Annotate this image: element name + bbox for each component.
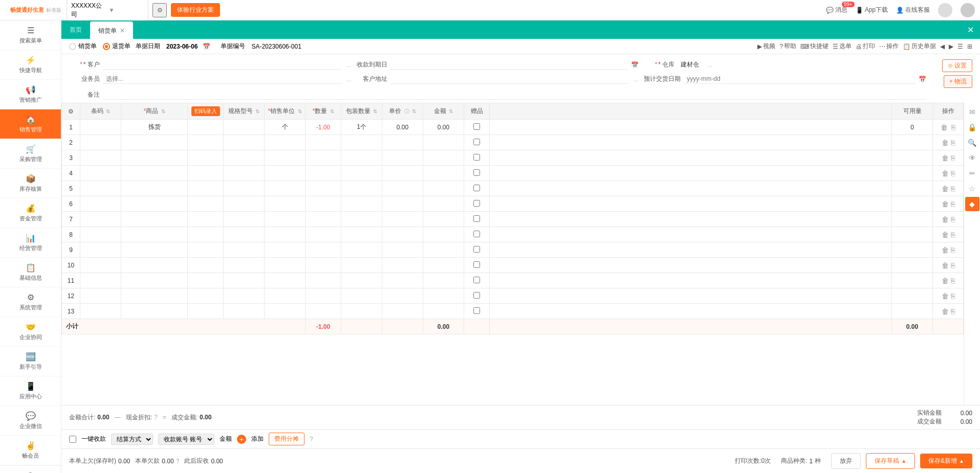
salesperson-dots[interactable]: ... bbox=[346, 76, 352, 83]
tab-close-icon[interactable]: ✕ bbox=[120, 27, 125, 34]
app-download-button[interactable]: 📱 App下载 bbox=[856, 6, 888, 14]
tab-home[interactable]: 首页 bbox=[61, 20, 90, 39]
copy-row-icon[interactable]: ⎘ bbox=[951, 169, 955, 177]
cell-pkgqty[interactable]: 1个 bbox=[341, 120, 382, 135]
warehouse-dots[interactable]: ... bbox=[707, 61, 712, 69]
scan-button[interactable]: 扫码录入 bbox=[191, 106, 220, 116]
add-payment-button[interactable]: + bbox=[237, 435, 246, 444]
payment-account-select[interactable]: 收款账号 账号 bbox=[158, 434, 214, 445]
help-button[interactable]: ? 帮助 bbox=[779, 42, 796, 51]
copy-row-icon[interactable]: ⎘ bbox=[951, 215, 955, 223]
avatar-secondary[interactable] bbox=[961, 3, 975, 17]
delete-row-icon[interactable]: 🗑 bbox=[942, 307, 949, 316]
expected-date-input[interactable] bbox=[684, 74, 916, 84]
sidebar-item-apps[interactable]: 📱 应用中心 bbox=[0, 376, 61, 406]
customer-addr-dots[interactable]: ... bbox=[634, 76, 639, 83]
tab-sales-order[interactable]: 销货单 ✕ bbox=[90, 21, 133, 40]
gift-checkbox[interactable] bbox=[473, 185, 480, 191]
delete-row-icon[interactable]: 🗑 bbox=[942, 139, 949, 147]
copy-row-icon[interactable]: ⎘ bbox=[951, 231, 955, 239]
onepay-checkbox[interactable] bbox=[69, 436, 76, 443]
cell-unit[interactable]: 个 bbox=[265, 120, 306, 135]
gift-checkbox[interactable] bbox=[473, 215, 480, 222]
calendar-icon[interactable]: 📅 bbox=[631, 61, 639, 69]
copy-row-icon[interactable]: ⎘ bbox=[951, 185, 955, 193]
expected-calendar-icon[interactable]: 📅 bbox=[919, 76, 926, 83]
delete-row-icon[interactable]: 🗑 bbox=[942, 215, 949, 223]
sidebar-item-guide[interactable]: 🆕 新手引导 bbox=[0, 347, 61, 376]
sidebar-settings-button[interactable]: ⚙ bbox=[28, 471, 33, 473]
sidebar-item-enterprise[interactable]: 🤝 企业协同 bbox=[0, 317, 61, 347]
expense-split-button[interactable]: 费用分摊 bbox=[269, 433, 304, 445]
payment-method-select[interactable]: 结算方式 bbox=[111, 434, 153, 445]
operation-button[interactable]: ⋯ 操作 bbox=[879, 42, 899, 51]
grid-view-button[interactable]: ⊞ bbox=[967, 43, 972, 50]
copy-row-icon[interactable]: ⎘ bbox=[951, 261, 955, 269]
message-button[interactable]: 💬 消息 99+ bbox=[826, 6, 847, 14]
gift-checkbox[interactable] bbox=[473, 139, 480, 145]
delete-row-icon[interactable]: 🗑 bbox=[942, 200, 949, 208]
sidebar-item-system[interactable]: ⚙ 系统管理 bbox=[0, 287, 61, 317]
next-button[interactable]: ▶ bbox=[949, 43, 953, 50]
sidebar-item-marketing[interactable]: 📢 营销推广 bbox=[0, 80, 61, 109]
setting-button[interactable]: ⊙ 设置 bbox=[942, 59, 972, 72]
gift-checkbox[interactable] bbox=[473, 123, 480, 130]
online-service-button[interactable]: 👤 在线客服 bbox=[896, 6, 930, 14]
gift-checkbox[interactable] bbox=[473, 154, 480, 161]
customer-input[interactable] bbox=[103, 60, 341, 70]
delete-row-icon[interactable]: 🗑 bbox=[942, 246, 949, 254]
gift-checkbox[interactable] bbox=[473, 261, 480, 268]
copy-row-icon[interactable]: ⎘ bbox=[951, 154, 955, 162]
save-new-button[interactable]: 保存&新增 ▲ bbox=[920, 454, 972, 468]
cell-note[interactable] bbox=[490, 120, 892, 135]
cell-gift[interactable] bbox=[464, 120, 490, 135]
copy-row-icon[interactable]: ⎘ bbox=[951, 200, 955, 208]
sidebar-item-search[interactable]: ☰ 搜索菜单 bbox=[0, 20, 61, 50]
rp-star-icon[interactable]: ☆ bbox=[965, 182, 979, 196]
rp-search-icon[interactable]: 🔍 bbox=[965, 136, 979, 150]
cell-price[interactable]: 0.00 bbox=[382, 120, 423, 135]
copy-row-icon[interactable]: ⎘ bbox=[951, 292, 955, 300]
gift-checkbox[interactable] bbox=[473, 307, 480, 314]
gift-checkbox[interactable] bbox=[473, 292, 480, 299]
avatar[interactable] bbox=[938, 3, 952, 17]
copy-row-icon[interactable]: ⎘ bbox=[951, 246, 955, 254]
sidebar-item-operations[interactable]: 📊 经营管理 bbox=[0, 228, 61, 258]
close-all-tabs-button[interactable]: ✕ bbox=[961, 25, 980, 35]
sidebar-item-sales[interactable]: 🏠 销售管理 bbox=[0, 109, 61, 139]
history-button[interactable]: 📋 历史单据 bbox=[903, 42, 936, 51]
delete-row-icon[interactable]: 🗑 bbox=[942, 154, 949, 162]
radio-sale-order[interactable]: 销货单 bbox=[69, 42, 97, 51]
gift-checkbox[interactable] bbox=[473, 277, 480, 283]
sidebar-item-finance[interactable]: 💰 资金管理 bbox=[0, 198, 61, 228]
delete-row-icon[interactable]: 🗑 bbox=[941, 123, 948, 131]
sidebar-item-purchase[interactable]: 🛒 采购管理 bbox=[0, 139, 61, 169]
rp-edit-icon[interactable]: ✏ bbox=[965, 166, 979, 181]
gift-checkbox[interactable] bbox=[473, 231, 480, 237]
delete-row-icon[interactable]: 🗑 bbox=[942, 185, 949, 193]
th-settings[interactable]: ⚙ bbox=[62, 103, 80, 120]
customer-addr-input[interactable] bbox=[390, 74, 629, 84]
trial-button[interactable]: 体验行业方案 bbox=[171, 3, 220, 17]
note-input[interactable] bbox=[103, 90, 926, 100]
delete-row-icon[interactable]: 🗑 bbox=[942, 169, 949, 177]
cell-amount[interactable]: 0.00 bbox=[423, 120, 464, 135]
sidebar-item-member[interactable]: ✌ 畅会员 bbox=[0, 436, 61, 465]
delete-row-icon[interactable]: 🗑 bbox=[942, 231, 949, 239]
save-draft-button[interactable]: 保存草稿 ▲ bbox=[866, 453, 915, 469]
copy-row-icon[interactable]: ⎘ bbox=[951, 139, 955, 147]
print-button[interactable]: 🖨 打印 bbox=[856, 42, 875, 51]
discard-button[interactable]: 放弃 bbox=[831, 453, 861, 469]
sidebar-item-basic[interactable]: 📋 基础信息 bbox=[0, 258, 61, 287]
copy-row-icon[interactable]: ⎘ bbox=[951, 307, 955, 316]
cell-product[interactable]: 拣货 bbox=[121, 120, 188, 135]
sidebar-item-quicknav[interactable]: ⚡ 快捷导航 bbox=[0, 50, 61, 80]
video-button[interactable]: ▶ 视频 bbox=[757, 42, 775, 51]
cell-qty[interactable]: -1.00 bbox=[306, 120, 341, 135]
sidebar-item-wechat[interactable]: 💬 企业微信 bbox=[0, 406, 61, 436]
shortcut-button[interactable]: ⌨ 快捷键 bbox=[800, 42, 829, 51]
select-button[interactable]: ☰ 选单 bbox=[833, 42, 852, 51]
cell-barcode[interactable] bbox=[80, 120, 121, 135]
gift-checkbox[interactable] bbox=[473, 169, 480, 176]
settings-icon[interactable]: ⚙ bbox=[153, 3, 167, 17]
